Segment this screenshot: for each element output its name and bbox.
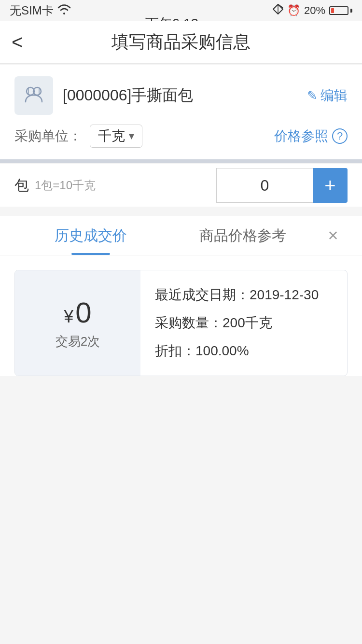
quantity-label: 包 1包=10千克 xyxy=(14,176,96,196)
discount-row: 折扣：100.00% xyxy=(155,341,333,361)
edit-icon: ✎ xyxy=(307,88,318,103)
tab-price-ref[interactable]: 商品价格参考 xyxy=(167,216,319,255)
quantity-input[interactable]: 0 xyxy=(216,168,313,203)
quantity-plus-button[interactable]: + xyxy=(313,168,348,203)
status-left: 无SIM卡 xyxy=(10,3,71,18)
status-bar: 无SIM卡 下午6:12 ⏰ 20% xyxy=(0,0,362,21)
price-card-right: 最近成交日期：2019-12-30 采购数量：200千克 折扣：100.00% xyxy=(140,270,347,376)
edit-label: 编辑 xyxy=(320,86,348,105)
price-ref-help-icon: ? xyxy=(332,128,348,144)
nav-bar: < 填写商品采购信息 xyxy=(0,21,362,64)
tab-history-price[interactable]: 历史成交价 xyxy=(14,216,167,255)
section-divider xyxy=(0,159,362,163)
price-currency: ¥ xyxy=(64,307,73,326)
unit-select[interactable]: 千克 ▾ xyxy=(90,125,142,148)
discount-label: 折扣： xyxy=(155,343,195,358)
unit-field: 采购单位： 千克 ▾ xyxy=(14,125,142,148)
tab-history-label: 历史成交价 xyxy=(55,226,127,246)
recent-date-row: 最近成交日期：2019-12-30 xyxy=(155,285,333,305)
price-card: ¥0 交易2次 最近成交日期：2019-12-30 采购数量：200千克 折扣：… xyxy=(14,270,348,376)
quantity-detail-value: 200千克 xyxy=(223,315,272,330)
unit-dropdown-arrow: ▾ xyxy=(129,130,134,142)
recent-date-label: 最近成交日期： xyxy=(155,287,250,302)
quantity-detail-label: 采购数量： xyxy=(155,315,223,330)
product-full-name: [0000006]手撕面包 xyxy=(63,85,193,106)
back-button[interactable]: < xyxy=(12,31,23,53)
product-section: [0000006]手撕面包 ✎ 编辑 采购单位： 千克 ▾ 价格参照 ? xyxy=(0,65,362,159)
product-left: [0000006]手撕面包 xyxy=(14,76,193,115)
wifi-icon xyxy=(57,4,71,17)
status-right: ⏰ 20% xyxy=(273,4,352,17)
tabs-section: 历史成交价 商品价格参考 × ¥0 交易2次 最近成交日期：2019-12-30… xyxy=(0,216,362,376)
page-title: 填写商品采购信息 xyxy=(111,30,251,54)
recent-date-value: 2019-12-30 xyxy=(250,287,319,302)
price-ref-button[interactable]: 价格参照 ? xyxy=(274,127,348,145)
product-logo xyxy=(14,76,53,115)
quantity-control: 0 + xyxy=(216,168,348,203)
battery-icon xyxy=(329,6,352,15)
tab-price-ref-label: 商品价格参考 xyxy=(199,226,286,246)
price-ref-label: 价格参照 xyxy=(274,127,328,145)
price-amount: ¥0 xyxy=(64,296,91,329)
product-header: [0000006]手撕面包 ✎ 编辑 xyxy=(14,76,348,115)
quantity-equiv: 1包=10千克 xyxy=(35,178,96,193)
quantity-section: 包 1包=10千克 0 + xyxy=(0,164,362,207)
alarm-icon: ⏰ xyxy=(287,4,300,17)
unit-label: 采购单位： xyxy=(14,128,82,143)
unit-value: 千克 xyxy=(98,127,125,145)
quantity-row: 采购数量：200千克 xyxy=(155,313,333,333)
location-icon xyxy=(273,4,283,17)
battery-percent: 20% xyxy=(304,4,325,17)
edit-button[interactable]: ✎ 编辑 xyxy=(307,86,348,105)
carrier-text: 无SIM卡 xyxy=(10,3,54,18)
price-trades: 交易2次 xyxy=(56,333,100,350)
quantity-unit: 包 xyxy=(14,176,29,196)
tab-close-button[interactable]: × xyxy=(319,216,348,255)
price-value: 0 xyxy=(75,296,91,329)
product-unit-row: 采购单位： 千克 ▾ 价格参照 ? xyxy=(14,125,348,148)
tabs-header: 历史成交价 商品价格参考 × xyxy=(0,216,362,255)
price-card-left: ¥0 交易2次 xyxy=(15,270,140,376)
discount-value: 100.00% xyxy=(195,343,249,358)
page-content xyxy=(0,391,362,644)
